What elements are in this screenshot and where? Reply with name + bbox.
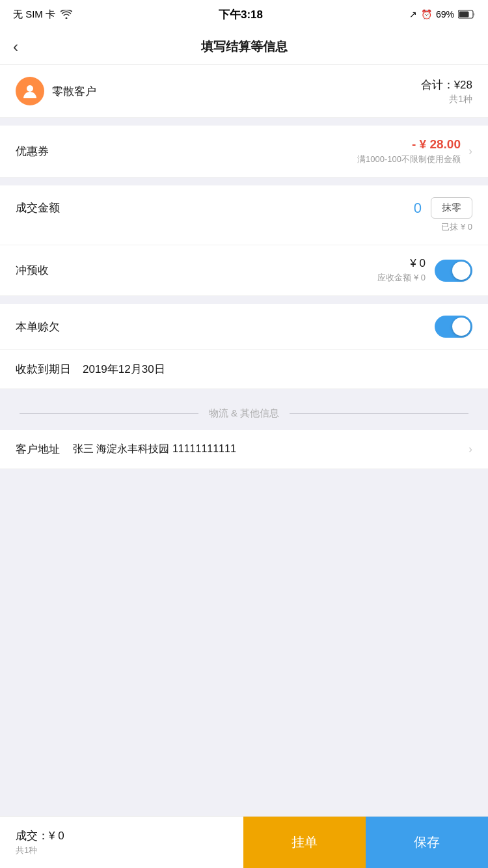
debt-toggle[interactable]: [435, 316, 472, 338]
status-time: 下午3:18: [219, 7, 263, 22]
divider-1: [0, 118, 488, 126]
status-left: 无 SIM 卡: [13, 8, 72, 21]
deal-amount-value: 0: [414, 200, 422, 217]
svg-point-2: [27, 85, 33, 92]
prepay-label: 冲预收: [16, 263, 49, 278]
coupon-value-area: - ¥ 28.00 满1000-100不限制使用金额: [357, 137, 461, 165]
prepay-section: 冲预收 ¥ 0 应收金额 ¥ 0: [0, 245, 488, 296]
empty-area: [0, 469, 488, 599]
round-off-button[interactable]: 抹零: [431, 197, 472, 219]
customer-right: 合计：¥28 共1种: [421, 77, 472, 105]
main-content: 零散客户 合计：¥28 共1种 优惠券 - ¥ 28.00 满1000-100不…: [0, 65, 488, 658]
deal-amount-right: 0 抹零: [414, 197, 472, 219]
duedate-value: 2019年12月30日: [83, 362, 165, 377]
customer-total: 合计：¥28: [421, 77, 472, 92]
address-value: 张三 海淀永丰科技园 11111111111: [73, 442, 468, 456]
customer-name: 零散客户: [52, 84, 96, 99]
address-section[interactable]: 客户地址 张三 海淀永丰科技园 11111111111 ›: [0, 430, 488, 469]
coupon-subtext: 满1000-100不限制使用金额: [357, 154, 461, 165]
battery-icon: [458, 10, 475, 19]
bottom-deal-label: 成交：¥ 0: [16, 828, 228, 843]
logistics-label: 物流 & 其他信息: [209, 407, 279, 420]
bottom-deal-value: ¥ 0: [49, 830, 64, 842]
debt-label: 本单赊欠: [16, 319, 60, 334]
coupon-right: - ¥ 28.00 满1000-100不限制使用金额 ›: [357, 137, 472, 165]
prepay-toggle[interactable]: [435, 260, 472, 282]
separator-line-left: [20, 413, 198, 414]
deal-amount-sub: 已抹 ¥ 0: [16, 221, 472, 233]
prepay-subtext: 应收金额 ¥ 0: [377, 272, 426, 284]
save-button[interactable]: 保存: [366, 817, 488, 869]
person-icon: [21, 83, 38, 100]
prepay-right: ¥ 0 应收金额 ¥ 0: [377, 257, 472, 284]
prepay-value-area: ¥ 0 应收金额 ¥ 0: [377, 257, 426, 284]
hang-button[interactable]: 挂单: [243, 817, 366, 869]
svg-rect-1: [459, 12, 468, 18]
customer-section: 零散客户 合计：¥28 共1种: [0, 65, 488, 118]
divider-2: [0, 178, 488, 185]
status-bar: 无 SIM 卡 下午3:18 ↗ ⏰ 69%: [0, 0, 488, 29]
address-chevron: ›: [468, 442, 472, 456]
page-title: 填写结算等信息: [201, 38, 288, 55]
no-sim-text: 无 SIM 卡: [13, 8, 55, 21]
location-icon: ↗: [409, 9, 417, 20]
back-button[interactable]: ‹: [13, 38, 18, 56]
separator-line-right: [290, 413, 468, 414]
wifi-icon: [61, 10, 72, 19]
debt-toggle-knob: [452, 318, 470, 336]
coupon-row[interactable]: 优惠券 - ¥ 28.00 满1000-100不限制使用金额 ›: [0, 126, 488, 178]
deal-amount-section: 成交金额 0 抹零 已抹 ¥ 0: [0, 185, 488, 245]
prepay-top: 冲预收 ¥ 0 应收金额 ¥ 0: [16, 257, 472, 284]
prepay-value: ¥ 0: [377, 257, 426, 270]
customer-avatar: [16, 77, 44, 105]
battery-text: 69%: [436, 9, 454, 20]
status-right: ↗ ⏰ 69%: [409, 9, 475, 20]
prepay-toggle-knob: [452, 262, 470, 280]
bottom-bar: 成交：¥ 0 共1种 挂单 保存: [0, 816, 488, 868]
bottom-count: 共1种: [16, 845, 228, 856]
duedate-section: 收款到期日 2019年12月30日: [0, 350, 488, 389]
coupon-discount: - ¥ 28.00: [357, 137, 461, 152]
logistics-separator: 物流 & 其他信息: [0, 397, 488, 430]
nav-bar: ‹ 填写结算等信息: [0, 29, 488, 65]
customer-left: 零散客户: [16, 77, 96, 105]
debt-section: 本单赊欠: [0, 304, 488, 350]
duedate-label: 收款到期日: [16, 362, 71, 377]
deal-amount-top: 成交金额 0 抹零: [16, 197, 472, 219]
bottom-info: 成交：¥ 0 共1种: [0, 828, 243, 856]
divider-4: [0, 389, 488, 397]
bottom-deal-prefix: 成交：: [16, 830, 49, 842]
address-label: 客户地址: [16, 442, 60, 457]
coupon-label: 优惠券: [16, 144, 49, 159]
divider-3: [0, 296, 488, 304]
deal-amount-label: 成交金额: [16, 200, 60, 215]
alarm-icon: ⏰: [421, 9, 432, 20]
customer-count: 共1种: [421, 94, 472, 105]
coupon-chevron: ›: [468, 144, 472, 158]
